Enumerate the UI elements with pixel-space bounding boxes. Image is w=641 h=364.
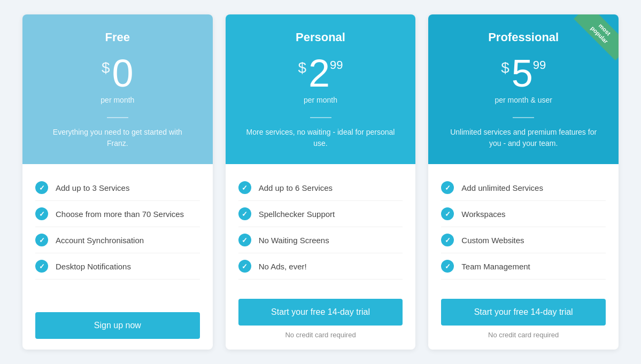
- card-features: Add unlimited Services Workspaces Custom…: [428, 164, 619, 290]
- check-icon: [35, 207, 48, 220]
- price-display: $ 5 99: [501, 54, 546, 92]
- pricing-card-professional: mostpopular Professional $ 5 99 per mont…: [428, 14, 619, 350]
- feature-item: Custom Websites: [441, 227, 606, 253]
- feature-label: No Ads, ever!: [259, 262, 307, 271]
- check-icon: [238, 207, 251, 220]
- feature-label: Custom Websites: [461, 236, 524, 245]
- price-main: 0: [112, 54, 134, 92]
- card-header: Free $ 0 per month Everything you need t…: [22, 14, 213, 164]
- no-credit-label: No credit card required: [285, 331, 356, 339]
- check-icon: [238, 260, 251, 273]
- divider: [310, 117, 331, 118]
- card-footer: Start your free 14-day trial No credit c…: [428, 290, 619, 350]
- check-icon: [441, 234, 454, 246]
- feature-item: Spellchecker Support: [238, 201, 403, 227]
- feature-label: Add up to 3 Services: [56, 183, 129, 192]
- no-credit-label: No credit card required: [488, 331, 559, 339]
- pricing-card-free: Free $ 0 per month Everything you need t…: [22, 14, 213, 350]
- price-period: per month: [304, 96, 337, 104]
- feature-item: Add unlimited Services: [441, 175, 606, 201]
- feature-label: Add unlimited Services: [461, 183, 543, 192]
- divider: [107, 117, 128, 118]
- plan-name: Free: [105, 30, 130, 44]
- most-popular-badge: mostpopular: [570, 14, 619, 63]
- price-symbol: $: [102, 59, 110, 76]
- feature-item: Account Synchronisation: [35, 227, 200, 253]
- plan-name: Personal: [296, 30, 345, 44]
- feature-item: No Ads, ever!: [238, 253, 403, 280]
- feature-label: No Waiting Screens: [259, 236, 329, 245]
- card-footer: Sign up now: [22, 304, 213, 350]
- feature-item: Choose from more than 70 Services: [35, 201, 200, 227]
- feature-label: Add up to 6 Services: [259, 183, 333, 192]
- price-symbol: $: [501, 59, 509, 76]
- price-symbol: $: [298, 59, 306, 76]
- cta-button[interactable]: Start your free 14-day trial: [441, 299, 606, 326]
- card-description: More services, no waiting - ideal for pe…: [246, 127, 396, 149]
- card-description: Unlimited services and premium features …: [449, 127, 598, 149]
- check-icon: [35, 234, 48, 246]
- feature-item: Workspaces: [441, 201, 606, 227]
- check-icon: [238, 181, 251, 194]
- divider: [513, 117, 534, 118]
- check-icon: [35, 181, 48, 194]
- check-icon: [238, 234, 251, 246]
- plan-name: Professional: [488, 30, 559, 44]
- check-icon: [441, 207, 454, 220]
- card-header: Personal $ 2 99 per month More services,…: [226, 14, 416, 164]
- feature-item: No Waiting Screens: [238, 227, 403, 253]
- feature-label: Account Synchronisation: [56, 236, 144, 245]
- pricing-container: Free $ 0 per month Everything you need t…: [0, 4, 641, 360]
- price-main: 2: [308, 54, 330, 92]
- feature-item: Add up to 3 Services: [35, 175, 200, 201]
- pricing-card-personal: Personal $ 2 99 per month More services,…: [226, 14, 416, 350]
- check-icon: [441, 181, 454, 194]
- price-display: $ 2 99: [298, 54, 343, 92]
- price-display: $ 0: [102, 54, 134, 92]
- feature-label: Choose from more than 70 Services: [56, 210, 184, 219]
- card-features: Add up to 6 Services Spellchecker Suppor…: [226, 164, 416, 290]
- price-period: per month: [101, 96, 134, 104]
- feature-label: Workspaces: [461, 210, 505, 219]
- feature-label: Spellchecker Support: [259, 210, 335, 219]
- feature-label: Team Management: [461, 262, 530, 271]
- cta-button[interactable]: Sign up now: [35, 312, 200, 339]
- check-icon: [35, 260, 48, 273]
- price-cents: 99: [533, 58, 546, 72]
- feature-item: Add up to 6 Services: [238, 175, 403, 201]
- card-description: Everything you need to get started with …: [43, 127, 192, 149]
- card-footer: Start your free 14-day trial No credit c…: [226, 290, 416, 350]
- feature-label: Desktop Notifications: [56, 262, 131, 271]
- feature-item: Team Management: [441, 253, 606, 280]
- check-icon: [441, 260, 454, 273]
- card-features: Add up to 3 Services Choose from more th…: [22, 164, 213, 304]
- feature-item: Desktop Notifications: [35, 253, 200, 280]
- cta-button[interactable]: Start your free 14-day trial: [238, 299, 403, 326]
- price-period: per month & user: [495, 96, 552, 104]
- price-main: 5: [512, 54, 533, 92]
- badge-label: mostpopular: [574, 14, 619, 60]
- price-cents: 99: [330, 58, 343, 72]
